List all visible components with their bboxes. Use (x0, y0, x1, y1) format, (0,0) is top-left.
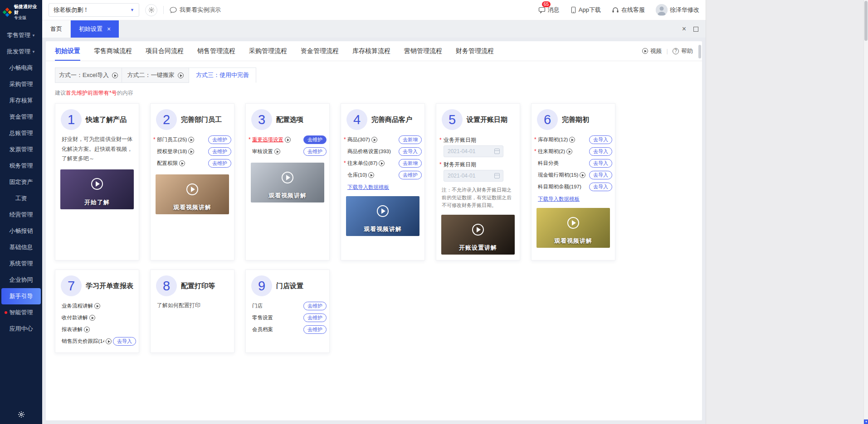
sidebar-item[interactable]: 总账管理 (1, 125, 41, 141)
help-button[interactable]: ? 帮助 (673, 47, 693, 55)
sidebar-item[interactable]: 固定资产 (1, 174, 41, 190)
method-tab[interactable]: 方式二：一键搬家 (122, 67, 189, 83)
play-icon[interactable] (84, 327, 90, 332)
play-icon[interactable] (274, 149, 280, 154)
item-label[interactable]: 重要选项设置 (252, 136, 283, 143)
sidebar-item[interactable]: 基础信息 (1, 239, 41, 255)
action-button[interactable]: 去新增 (399, 135, 422, 144)
sidebar-item[interactable]: 经营管理 (1, 207, 41, 223)
play-icon[interactable] (379, 160, 385, 166)
play-icon[interactable] (580, 172, 585, 178)
demo-link[interactable]: 我要看实例演示 (170, 6, 221, 14)
action-button[interactable]: 去维护 (303, 147, 327, 156)
company-selector[interactable]: 徐老板勿删！ ▼ (49, 3, 139, 17)
process-tab[interactable]: 销售管理流程 (197, 41, 235, 61)
close-icon[interactable]: × (682, 25, 686, 33)
process-tab[interactable]: 库存核算流程 (352, 41, 390, 61)
play-icon[interactable] (569, 137, 575, 143)
download-template-link[interactable]: 下载导入数据模板 (341, 181, 424, 191)
action-button[interactable]: 去导入 (589, 171, 612, 179)
action-button[interactable]: 去导入 (399, 147, 422, 156)
action-button[interactable]: 去导入 (589, 147, 612, 156)
play-icon[interactable] (188, 137, 194, 143)
play-icon[interactable] (285, 137, 291, 143)
play-icon[interactable] (566, 149, 572, 154)
action-button[interactable]: 去维护 (303, 325, 327, 334)
process-tab[interactable]: 项目合同流程 (146, 41, 184, 61)
sidebar-item[interactable]: 发票管理 (1, 141, 41, 158)
action-button[interactable]: 去导入 (589, 183, 612, 191)
video-thumbnail[interactable]: 观看视频讲解 (156, 174, 229, 214)
sidebar-item[interactable]: 应用中心 (1, 321, 41, 337)
play-icon[interactable] (188, 149, 194, 154)
action-button[interactable]: 去维护 (208, 159, 231, 168)
play-button-icon[interactable] (472, 224, 484, 236)
action-button[interactable]: 去维护 (303, 313, 327, 322)
close-icon[interactable]: × (107, 26, 111, 32)
sidebar-item[interactable]: 小畅报销 (1, 223, 41, 239)
online-service-button[interactable]: 在线客服 (612, 6, 645, 14)
process-tab[interactable]: 资金管理流程 (301, 41, 339, 61)
play-icon[interactable] (371, 137, 377, 143)
video-thumbnail[interactable]: 观看视频讲解 (251, 163, 324, 202)
video-thumbnail[interactable]: 观看视频讲解 (536, 208, 610, 248)
sidebar-item[interactable]: 零售管理▼ (1, 27, 41, 43)
action-button[interactable]: 去维护 (399, 171, 422, 179)
sidebar-item[interactable]: 新手引导 (1, 288, 41, 304)
action-button[interactable]: 去维护 (303, 135, 327, 144)
expand-icon[interactable] (693, 27, 698, 32)
play-icon[interactable] (179, 160, 185, 166)
action-button[interactable]: 去导入 (589, 159, 612, 168)
sidebar-item[interactable]: 小畅电商 (1, 60, 41, 76)
method-tab[interactable]: 方式三：使用中完善 (189, 67, 256, 83)
app-download-button[interactable]: App下载 (571, 6, 601, 14)
video-thumbnail[interactable]: 开账设置讲解 (441, 215, 515, 255)
process-tab[interactable]: 财务管理流程 (456, 41, 494, 61)
download-template-link[interactable]: 下载导入数据模板 (532, 193, 615, 202)
play-icon[interactable] (89, 315, 95, 321)
sidebar-item[interactable]: 智能管理 (1, 304, 41, 321)
window-scrollbar[interactable]: ▼ (863, 0, 868, 424)
video-thumbnail[interactable]: 开始了解 (60, 169, 134, 209)
action-button[interactable]: 去维护 (208, 147, 231, 156)
play-button-icon[interactable] (91, 178, 103, 190)
sidebar-item[interactable]: 资金管理 (1, 109, 41, 125)
action-button[interactable]: 去导入 (589, 135, 612, 144)
action-button[interactable]: 去维护 (303, 302, 327, 310)
process-tab[interactable]: 零售商城流程 (94, 41, 132, 61)
play-icon[interactable] (94, 303, 100, 309)
scroll-down-arrow-icon[interactable]: ▼ (864, 419, 868, 424)
action-button[interactable]: 去新增 (399, 159, 422, 168)
process-tab[interactable]: 营销管理流程 (404, 41, 442, 61)
settings-gear-button[interactable] (145, 4, 157, 16)
play-button-icon[interactable] (567, 217, 579, 229)
sidebar-item[interactable]: 库存核算 (1, 92, 41, 109)
window-tab[interactable]: 初始设置× (71, 20, 119, 38)
method-tab[interactable]: 方式一：Excel导入 (55, 67, 122, 83)
play-button-icon[interactable] (186, 183, 198, 195)
sidebar-item[interactable]: 批发管理▼ (1, 43, 41, 60)
play-icon[interactable] (106, 338, 112, 344)
panel-scrollbar-thumb[interactable] (698, 45, 701, 58)
sidebar-settings-gear-icon[interactable] (0, 405, 42, 424)
video-thumbnail[interactable]: 观看视频讲解 (346, 196, 419, 236)
sidebar-item[interactable]: 工资 (1, 190, 41, 207)
action-button[interactable]: 去维护 (208, 135, 231, 144)
video-button[interactable]: 视频 (642, 47, 662, 55)
date-input[interactable]: 2021-04-01 (444, 145, 503, 157)
process-tab[interactable]: 采购管理流程 (249, 41, 287, 61)
play-button-icon[interactable] (282, 172, 293, 183)
window-tab[interactable]: 首页 (42, 20, 71, 38)
sidebar-item[interactable]: 企业协同 (1, 272, 41, 288)
sidebar-item[interactable]: 采购管理 (1, 76, 41, 92)
window-scrollbar-thumb[interactable] (864, 1, 868, 41)
process-tab[interactable]: 初始设置 (55, 41, 80, 61)
sidebar-item[interactable]: 税务管理 (1, 158, 41, 174)
sidebar-item[interactable]: 系统管理 (1, 255, 41, 272)
messages-button[interactable]: 65 消息 (538, 6, 560, 14)
play-icon[interactable] (368, 172, 374, 178)
date-input[interactable]: 2021-04-01 (444, 170, 503, 182)
play-button-icon[interactable] (377, 205, 389, 217)
user-menu[interactable]: 徐泽华修改 (656, 4, 699, 16)
action-button[interactable]: 去导入 (113, 337, 136, 346)
